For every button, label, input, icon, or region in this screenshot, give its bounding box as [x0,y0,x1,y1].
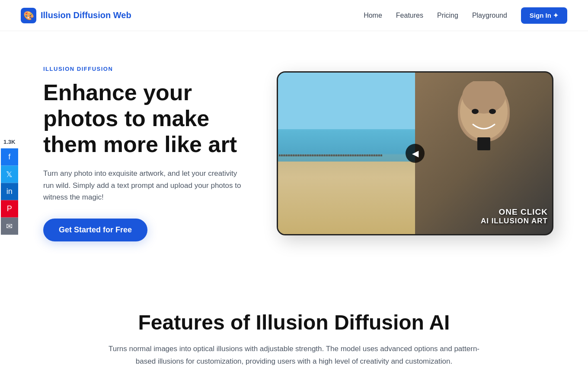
face-area: ONE CLICK AI ILLUSION ART [415,73,552,234]
pinterest-share-button[interactable]: P [1,200,18,217]
features-section: Features of Illusion Diffusion AI Turns … [0,276,588,371]
email-share-button[interactable]: ✉ [1,217,18,235]
navbar: 🎨 Illusion Diffusion Web Home Features P… [0,0,588,31]
facebook-share-button[interactable]: f [1,148,18,165]
logo-icon: 🎨 [21,8,36,23]
logo-text: Illusion Diffusion Web [41,10,131,20]
hero-tag: ILLUSION DIFFUSION [43,66,268,72]
social-sidebar: 1.3K f 𝕏 in P ✉ [0,136,19,235]
beach-image [278,73,415,234]
nav-pricing[interactable]: Pricing [437,12,458,19]
get-started-button[interactable]: Get Started for Free [43,219,147,241]
hero-image-container: ◀ [277,71,553,235]
person-image: ONE CLICK AI ILLUSION ART [415,73,552,234]
svg-point-2 [472,109,479,114]
sign-in-button[interactable]: Sign In ✦ [521,7,567,24]
svg-point-3 [489,109,496,114]
beach-scene [278,73,415,234]
hero-title: Enhance your photos to make them more li… [43,80,268,157]
overlay-line2: AI ILLUSION ART [481,217,548,225]
face-svg [454,81,514,150]
svg-rect-4 [477,137,490,150]
beach-crowd [278,153,415,202]
nav-home[interactable]: Home [364,12,382,19]
linkedin-share-button[interactable]: in [1,183,18,200]
nav-links: Home Features Pricing Playground Sign In… [364,7,567,24]
social-count: 1.3K [0,136,19,146]
nav-playground[interactable]: Playground [472,12,507,19]
overlay-text: ONE CLICK AI ILLUSION ART [481,207,548,225]
overlay-line1: ONE CLICK [481,207,548,217]
nav-features[interactable]: Features [396,12,423,19]
hero-section: ILLUSION DIFFUSION Enhance your photos t… [0,31,588,276]
hero-description: Turn any photo into exquisite artwork, a… [43,168,242,203]
split-arrow-icon: ◀ [406,144,425,163]
features-title: Features of Illusion Diffusion AI [35,311,553,334]
logo-link[interactable]: 🎨 Illusion Diffusion Web [21,8,131,23]
hero-image-area: ◀ [277,71,553,235]
features-description: Turns normal images into optical illusio… [99,343,489,368]
hero-content: ILLUSION DIFFUSION Enhance your photos t… [43,66,268,241]
twitter-share-button[interactable]: 𝕏 [1,165,18,183]
image-split-view: ◀ [278,73,552,234]
